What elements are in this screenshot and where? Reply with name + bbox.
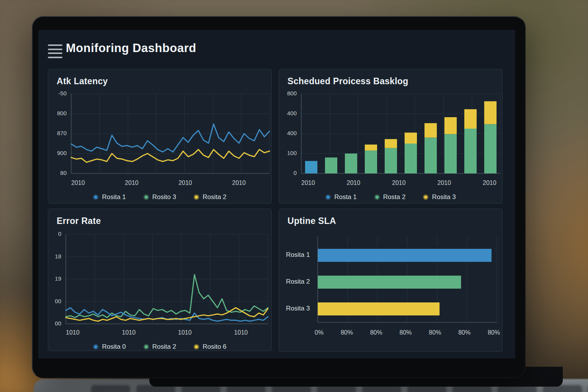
x-tick-label: 80% xyxy=(400,329,412,336)
y-tick-label: 0 xyxy=(48,230,61,237)
x-tick-label: 80% xyxy=(341,329,353,336)
x-tick-label: 2010 xyxy=(392,180,406,186)
legend-label: Rosita 2 xyxy=(152,343,176,351)
y-tick-label: 800 xyxy=(279,90,297,96)
series-line-yellow xyxy=(66,308,268,321)
x-tick-label: 80% xyxy=(488,329,500,336)
sla-plot xyxy=(318,242,497,322)
bar-segment-yellow xyxy=(405,132,417,144)
backlog-plot xyxy=(301,94,500,173)
category-label: Rosita 2 xyxy=(286,278,313,286)
y-tick-label: 00 xyxy=(48,298,61,304)
legend-item[interactable]: Rosta 1 xyxy=(325,193,357,201)
panel-atk-latency: Atk Latency -508008709008020102010201020… xyxy=(48,69,272,204)
error-legend: Rosita 0Rosita 2Rosito 6 xyxy=(48,343,271,351)
yellow-legend-dot xyxy=(194,194,199,200)
bar-segment-green xyxy=(464,129,477,173)
sla-bar-yellow xyxy=(318,302,439,315)
latency-plot xyxy=(71,94,270,173)
legend-item[interactable]: Rosita 2 xyxy=(194,193,226,201)
x-tick-label: 2010 xyxy=(232,180,246,186)
atk-latency-chart: -50800870900802010201020102010Rosita 1Ro… xyxy=(48,69,271,203)
bar-segment-yellow xyxy=(484,101,497,124)
category-label: Rosita 1 xyxy=(286,251,313,259)
y-tick-label: 870 xyxy=(48,130,67,136)
y-tick-label: 0 xyxy=(279,170,297,176)
dashboard-menu-icon[interactable] xyxy=(48,44,62,59)
x-tick-label: 2010 xyxy=(71,180,85,186)
legend-item[interactable]: Rosta 2 xyxy=(374,193,406,201)
x-tick-label: 1010 xyxy=(234,329,248,336)
green-legend-dot xyxy=(144,194,149,200)
series-line-blue xyxy=(71,124,270,152)
error-plot xyxy=(66,234,268,324)
series-line-yellow xyxy=(71,150,270,162)
keyboard-key xyxy=(91,385,130,392)
dashboard-header: Moniforing Dashboard xyxy=(38,30,515,68)
photo-scene: Moniforing Dashboard Atk Latency -508008… xyxy=(0,0,588,392)
process-backlog-chart: 800400400100020102010201020102010Rosta 1… xyxy=(279,69,502,203)
y-tick-label: 18 xyxy=(48,253,61,260)
legend-label: Rosita 2 xyxy=(203,193,226,201)
x-tick-label: 2010 xyxy=(438,180,451,186)
legend-item[interactable]: Rosito 3 xyxy=(144,193,176,201)
panel-process-backlog: Schedued Proicess Basklog 80040040010002… xyxy=(279,69,503,204)
panel-error-rate: Error Rate 0181900001010101010101010Rosi… xyxy=(48,209,272,351)
y-tick-label: 900 xyxy=(48,150,67,156)
y-tick-label: -50 xyxy=(48,90,67,96)
bar-segment-yellow xyxy=(385,139,397,148)
x-tick-label: 2010 xyxy=(301,180,315,186)
uptime-sla-chart: Rosita 1Rosita 2Rosita 30%80%80%80%80%80… xyxy=(279,209,502,351)
x-axis-ticks: 0%80%80%80%80%80%80% xyxy=(315,329,500,336)
latency-legend: Rosita 1Rosito 3Rosita 2 xyxy=(48,193,271,201)
bar-segment-green xyxy=(444,134,457,173)
bar-segment-green xyxy=(365,150,377,173)
legend-item[interactable]: Rosita 3 xyxy=(423,193,456,201)
backlog-legend: Rosta 1Rosta 2Rosita 3 xyxy=(279,193,502,201)
error-rate-chart: 0181900001010101010101010Rosita 0Rosita … xyxy=(48,209,271,351)
x-tick-label: 80% xyxy=(458,329,470,336)
y-tick-label: 400 xyxy=(279,110,297,116)
x-tick-label: 2010 xyxy=(483,180,497,186)
bar-segment-yellow xyxy=(425,123,437,138)
y-tick-label: 800 xyxy=(48,110,67,116)
x-tick-label: 1010 xyxy=(178,329,192,336)
blue-legend-dot xyxy=(325,194,331,200)
yellow-legend-dot xyxy=(194,344,199,350)
bar-segment-yellow xyxy=(365,145,377,151)
sla-bar-green xyxy=(318,276,461,289)
sla-bar-blue xyxy=(318,249,492,262)
bar-segment-green xyxy=(345,154,357,173)
legend-label: Rosita 0 xyxy=(102,343,126,351)
green-legend-dot xyxy=(144,344,149,350)
x-tick-label: 1010 xyxy=(122,329,136,336)
y-tick-label: 00 xyxy=(48,320,61,327)
laptop-lid: Moniforing Dashboard Atk Latency -508008… xyxy=(32,16,526,378)
x-axis-ticks: 20102010201020102010 xyxy=(301,180,497,186)
category-label: Rosita 3 xyxy=(286,305,313,312)
x-axis-ticks: 1010101010101010 xyxy=(66,329,248,336)
x-axis-ticks: 2010201020102010 xyxy=(71,180,246,186)
laptop-screen: Moniforing Dashboard Atk Latency -508008… xyxy=(38,30,515,358)
bar-segment-yellow xyxy=(444,117,457,134)
blue-legend-dot xyxy=(93,344,98,350)
green-legend-dot xyxy=(374,194,380,200)
legend-label: Rosita 3 xyxy=(432,193,456,201)
legend-label: Rosta 2 xyxy=(383,193,406,201)
legend-item[interactable]: Rosita 0 xyxy=(93,343,126,351)
y-tick-label: 400 xyxy=(279,130,297,136)
legend-item[interactable]: Rosita 2 xyxy=(144,343,176,351)
y-tick-label: 80 xyxy=(48,170,67,176)
bar-segment-blue_bar xyxy=(305,161,317,174)
x-tick-label: 80% xyxy=(429,329,441,336)
legend-label: Rosito 3 xyxy=(152,193,176,201)
bar-segment-green xyxy=(484,124,497,173)
x-tick-label: 0% xyxy=(315,329,323,336)
page-title: Moniforing Dashboard xyxy=(66,41,196,55)
legend-item[interactable]: Rosita 1 xyxy=(93,193,126,201)
bar-segment-green xyxy=(385,148,397,173)
y-tick-label: 100 xyxy=(279,150,297,156)
series-line-green xyxy=(66,274,268,317)
legend-label: Rosito 6 xyxy=(203,343,226,351)
legend-item[interactable]: Rosito 6 xyxy=(194,343,226,351)
